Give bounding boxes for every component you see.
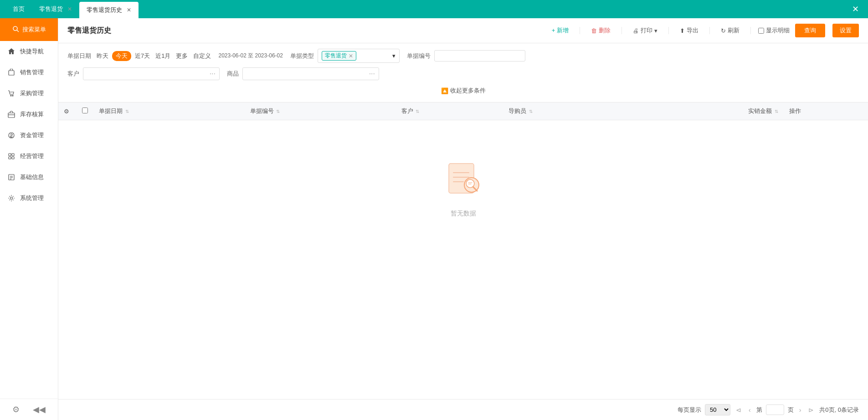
page-input[interactable]: 1	[766, 405, 784, 415]
header-actions: + 新增 🗑 删除 🖨 打印 ▾ ⬆ 导出	[548, 24, 859, 37]
collapse-button[interactable]: 🔼 收起更多条件	[441, 87, 486, 95]
settings-icon[interactable]: ⚙	[12, 405, 20, 415]
th-amount[interactable]: 实销金额 ⇅	[632, 102, 784, 120]
type-select[interactable]: 零售退货 ✕ ▾	[318, 49, 400, 63]
tab-retail-return-close[interactable]: ✕	[67, 6, 72, 12]
sidebar-item-purchase[interactable]: 采购管理	[0, 83, 58, 104]
date-filter: 单据日期 昨天 今天 近7天 近1月 更多 自定义 2023-06-02 至 2…	[67, 51, 283, 61]
query-button[interactable]: 查询	[795, 24, 825, 37]
sidebar-bottom: ⚙ ◀◀	[0, 399, 58, 420]
date-btn-custom[interactable]: 自定义	[191, 51, 213, 61]
collapse-up-icon: 🔼	[441, 87, 448, 94]
refresh-icon: ↻	[721, 27, 726, 34]
filter-row-2: 客户 ··· 商品 ···	[67, 67, 859, 80]
goods-dots-icon[interactable]: ···	[369, 70, 375, 78]
delete-icon: 🗑	[591, 27, 597, 34]
sort-amount-icon: ⇅	[775, 109, 778, 114]
customer-label: 客户	[67, 70, 79, 78]
type-tag: 零售退货 ✕	[322, 51, 356, 61]
show-details-input[interactable]	[758, 28, 764, 34]
date-btn-yesterday[interactable]: 昨天	[95, 51, 110, 61]
customer-dots-icon[interactable]: ···	[210, 70, 216, 78]
customer-filter: 客户 ···	[67, 67, 220, 80]
tab-retail-return-history-close[interactable]: ✕	[127, 7, 131, 13]
sidebar-item-operations[interactable]: 经营管理	[0, 146, 58, 167]
select-all-checkbox[interactable]	[82, 108, 88, 113]
tab-retail-return[interactable]: 零售退货 ✕	[32, 0, 79, 18]
type-select-chevron-icon: ▾	[392, 52, 395, 59]
customer-select[interactable]: ···	[83, 67, 220, 80]
sidebar-item-finance[interactable]: 资金管理	[0, 125, 58, 146]
date-range: 2023-06-02 至 2023-06-02	[218, 52, 282, 60]
number-label: 单据编号	[407, 52, 431, 60]
page-suffix: 页	[788, 406, 794, 414]
type-label: 单据类型	[290, 52, 314, 60]
finance-icon	[7, 131, 15, 139]
th-number-label: 单据编号	[250, 108, 274, 114]
svg-rect-11	[12, 157, 14, 159]
setting-button[interactable]: 设置	[832, 24, 859, 37]
sidebar-item-basic-info-label: 基础信息	[20, 173, 44, 181]
sidebar-item-sales-label: 销售管理	[20, 68, 44, 77]
next-page-button[interactable]: ›	[797, 405, 803, 415]
svg-point-3	[10, 95, 11, 96]
sidebar-item-sales[interactable]: 销售管理	[0, 62, 58, 83]
sidebar-item-inventory[interactable]: 库存核算	[0, 104, 58, 125]
date-btn-more[interactable]: 更多	[174, 51, 190, 61]
last-page-button[interactable]: ⊳	[806, 405, 816, 415]
collapse-row: 🔼 收起更多条件	[67, 85, 859, 97]
sort-number-icon: ⇅	[276, 109, 280, 114]
print-label: 打印	[641, 26, 652, 35]
th-customer[interactable]: 客户 ⇅	[396, 102, 503, 120]
tab-home[interactable]: 首页	[5, 0, 32, 18]
goods-label: 商品	[227, 70, 239, 78]
goods-select[interactable]: ···	[242, 67, 379, 80]
divider-4	[709, 27, 710, 34]
th-settings[interactable]: ⚙	[58, 102, 77, 120]
print-button[interactable]: 🖨 打印 ▾	[629, 25, 661, 36]
export-button[interactable]: ⬆ 导出	[676, 25, 702, 36]
svg-rect-8	[9, 154, 11, 156]
svg-rect-9	[12, 154, 14, 156]
delete-label: 删除	[599, 26, 611, 35]
type-tag-remove[interactable]: ✕	[349, 53, 353, 59]
prev-page-button[interactable]: ‹	[747, 405, 753, 415]
window-close-button[interactable]: ✕	[848, 4, 863, 14]
divider-5	[750, 27, 751, 34]
page-title: 零售退货历史	[67, 26, 111, 36]
date-btn-1month[interactable]: 近1月	[154, 51, 172, 61]
sidebar-search[interactable]: 搜索菜单	[0, 18, 58, 41]
refresh-button[interactable]: ↻ 刷新	[717, 25, 743, 36]
content-area: 零售退货历史 + 新增 🗑 删除 🖨 打印 ▾ ⬆	[58, 18, 868, 420]
number-input[interactable]	[434, 50, 525, 61]
th-action-label: 操作	[789, 108, 801, 114]
show-details-checkbox[interactable]: 显示明细	[758, 26, 790, 35]
th-guide[interactable]: 导购员 ⇅	[503, 102, 632, 120]
th-date[interactable]: 单据日期 ⇅	[93, 102, 245, 120]
basic-info-icon	[7, 173, 15, 181]
add-label: + 新增	[552, 26, 569, 35]
sidebar-item-system-label: 系统管理	[20, 194, 44, 202]
th-action: 操作	[784, 102, 868, 120]
svg-rect-5	[8, 113, 15, 118]
sales-icon	[7, 68, 15, 77]
sidebar-item-system[interactable]: 系统管理	[0, 188, 58, 209]
delete-button[interactable]: 🗑 删除	[587, 25, 614, 36]
date-btn-7days[interactable]: 近7天	[133, 51, 152, 61]
date-btn-today[interactable]: 今天	[112, 51, 131, 61]
tab-home-label: 首页	[13, 5, 25, 13]
th-number[interactable]: 单据编号 ⇅	[245, 102, 396, 120]
sidebar-item-basic-info[interactable]: 基础信息	[0, 167, 58, 188]
sidebar-item-quick-nav-label: 快捷导航	[20, 47, 44, 56]
sidebar-item-quick-nav[interactable]: 快捷导航	[0, 41, 58, 62]
first-page-button[interactable]: ⊲	[734, 405, 743, 415]
total-records: 共0页, 0条记录	[819, 406, 859, 414]
add-button[interactable]: + 新增	[548, 25, 572, 36]
settings-gear-icon[interactable]: ⚙	[64, 108, 69, 115]
search-icon	[12, 26, 20, 34]
volume-icon[interactable]: ◀◀	[33, 405, 46, 415]
tab-retail-return-history[interactable]: 零售退货历史 ✕	[79, 2, 139, 18]
page-size-select[interactable]: 50 10 20 100	[705, 404, 730, 415]
th-checkbox[interactable]	[77, 102, 93, 120]
export-label: 导出	[687, 26, 699, 35]
